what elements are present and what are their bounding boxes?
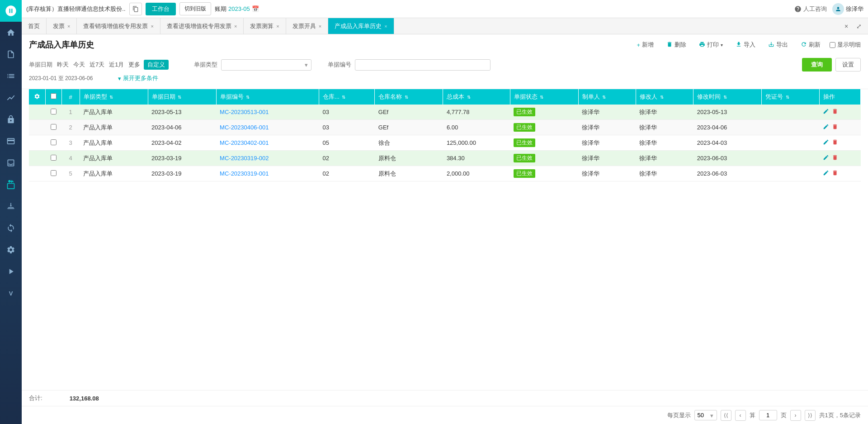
select-all-checkbox[interactable] — [51, 93, 57, 99]
delete-row-icon[interactable] — [832, 170, 838, 177]
row-checkbox[interactable] — [51, 155, 57, 161]
edit-icon[interactable] — [823, 139, 829, 147]
tab-purchase-vat-close[interactable]: × — [234, 24, 237, 29]
th-date[interactable]: 单据日期 ⇅ — [148, 89, 216, 105]
tab-close-all-icon[interactable]: × — [841, 21, 852, 32]
workbench-button[interactable]: 工作台 — [146, 3, 176, 15]
edit-icon[interactable] — [823, 170, 829, 177]
sidebar-item-lock[interactable] — [0, 109, 22, 130]
th-settings[interactable] — [29, 89, 45, 105]
td-check[interactable] — [45, 151, 61, 166]
td-check[interactable] — [45, 135, 61, 151]
tab-invoice-calc[interactable]: 发票测算 × — [244, 18, 286, 34]
tab-invoice-close[interactable]: × — [67, 24, 70, 29]
th-warehouse-code[interactable]: 仓库... ⇅ — [319, 89, 375, 105]
new-button[interactable]: + 新增 — [633, 39, 657, 51]
page-input[interactable] — [759, 410, 777, 420]
type-select[interactable] — [221, 59, 311, 71]
num-filter-input[interactable] — [355, 59, 491, 71]
export-button[interactable]: 导出 — [764, 39, 792, 51]
row-checkbox[interactable] — [51, 124, 57, 130]
delete-row-icon[interactable] — [832, 139, 838, 147]
tab-invoice-open-close[interactable]: × — [319, 24, 321, 29]
company-selector[interactable]: (库存核算）直播轻绑通信息技术股份... ▾ — [26, 5, 126, 13]
switch-button[interactable]: 切到旧版 — [179, 2, 211, 15]
tab-home[interactable]: 首页 — [22, 18, 47, 34]
td-check[interactable] — [45, 166, 61, 181]
sidebar-item-home[interactable] — [0, 22, 22, 43]
tab-product-history[interactable]: 产成品入库单历史 × — [328, 18, 394, 34]
order-no-link[interactable]: MC-20230319-001 — [220, 170, 269, 177]
tab-invoice[interactable]: 发票 × — [47, 18, 77, 34]
shortcut-more[interactable]: 更多 — [127, 61, 141, 69]
delete-row-icon[interactable] — [832, 124, 838, 131]
order-no-link[interactable]: MC-20230402-001 — [220, 139, 269, 146]
query-button[interactable]: 查询 — [802, 58, 832, 71]
copy-icon[interactable] — [129, 3, 142, 15]
shortcut-7days[interactable]: 近7天 — [89, 61, 105, 69]
sidebar-item-version[interactable]: V — [0, 282, 22, 304]
print-button[interactable]: 打印 ▾ — [695, 39, 726, 51]
tab-invoice-open[interactable]: 发票开具 × — [286, 18, 328, 34]
td-check[interactable] — [45, 105, 61, 120]
edit-icon[interactable] — [823, 108, 829, 116]
sidebar-item-chart[interactable] — [0, 65, 22, 87]
th-modifier[interactable]: 修改人 ⇅ — [636, 89, 693, 105]
order-no-link[interactable]: MC-20230319-002 — [220, 155, 269, 162]
row-checkbox[interactable] — [51, 109, 57, 114]
delete-row-icon[interactable] — [832, 108, 838, 116]
td-order-no[interactable]: MC-20230406-001 — [216, 120, 319, 135]
td-order-no[interactable]: MC-20230319-002 — [216, 151, 319, 166]
td-check[interactable] — [45, 120, 61, 135]
shortcut-yesterday[interactable]: 昨天 — [56, 61, 70, 69]
td-order-no[interactable]: MC-20230513-001 — [216, 105, 319, 120]
tab-sales-vat[interactable]: 查看销项增值税专用发票 × — [77, 18, 160, 34]
edit-icon[interactable] — [823, 124, 829, 131]
td-order-no[interactable]: MC-20230319-001 — [216, 166, 319, 181]
th-creator[interactable]: 制单人 ⇅ — [578, 89, 636, 105]
sidebar-item-settings[interactable] — [0, 239, 22, 261]
order-no-link[interactable]: MC-20230513-001 — [220, 109, 269, 115]
tab-invoice-calc-close[interactable]: × — [276, 24, 279, 29]
page-last-btn[interactable]: ⟩⟩ — [805, 410, 816, 421]
order-no-link[interactable]: MC-20230406-001 — [220, 124, 269, 131]
th-status[interactable]: 单据状态 ⇅ — [510, 89, 578, 105]
expand-more-btn[interactable]: ▾ 展开更多条件 — [118, 74, 158, 82]
shortcut-1month[interactable]: 近1月 — [108, 61, 125, 69]
shortcut-custom[interactable]: 自定义 — [144, 60, 169, 70]
calendar-icon[interactable]: 📅 — [252, 5, 259, 12]
th-check[interactable] — [45, 89, 61, 105]
tab-product-history-close[interactable]: × — [384, 24, 387, 29]
tab-sales-vat-close[interactable]: × — [151, 24, 153, 29]
sidebar-item-stamp[interactable] — [0, 195, 22, 217]
page-prev-btn[interactable]: ‹ — [735, 410, 746, 421]
sidebar-item-doc[interactable] — [0, 43, 22, 65]
tab-purchase-vat[interactable]: 查看进项增值税专用发票 × — [160, 18, 244, 34]
sidebar-item-analytics[interactable] — [0, 87, 22, 109]
refresh-button[interactable]: 刷新 — [797, 39, 824, 51]
shortcut-today[interactable]: 今天 — [72, 61, 86, 69]
page-next-btn[interactable]: › — [790, 410, 801, 421]
settings-button[interactable]: 设置 — [835, 58, 861, 71]
delete-button[interactable]: 删除 — [663, 39, 690, 51]
th-voucher[interactable]: 凭证号 ⇅ — [762, 89, 819, 105]
th-modify-time[interactable]: 修改时间 ⇅ — [693, 89, 762, 105]
th-total-cost[interactable]: 总成本 ⇅ — [443, 89, 510, 105]
row-checkbox[interactable] — [51, 170, 57, 176]
sidebar-item-cycle[interactable] — [0, 217, 22, 239]
row-checkbox[interactable] — [51, 139, 57, 145]
page-first-btn[interactable]: ⟨⟨ — [721, 410, 731, 421]
th-order-no[interactable]: 单据编号 ⇅ — [216, 89, 319, 105]
show-detail-check[interactable]: 显示明细 — [830, 41, 861, 49]
tab-maximize-icon[interactable]: ⤢ — [854, 21, 864, 32]
edit-icon[interactable] — [823, 154, 829, 162]
delete-row-icon[interactable] — [832, 154, 838, 162]
sidebar-item-play[interactable] — [0, 261, 22, 282]
sidebar-item-inbox[interactable] — [0, 152, 22, 174]
page-size-select[interactable]: 20 50 100 — [694, 410, 717, 420]
sidebar-item-inventory[interactable] — [0, 174, 22, 195]
td-order-no[interactable]: MC-20230402-001 — [216, 135, 319, 151]
user-service[interactable]: 人工咨询 — [794, 5, 827, 13]
import-button[interactable]: 导入 — [732, 39, 759, 51]
user-info[interactable]: 徐泽华 — [832, 3, 863, 15]
